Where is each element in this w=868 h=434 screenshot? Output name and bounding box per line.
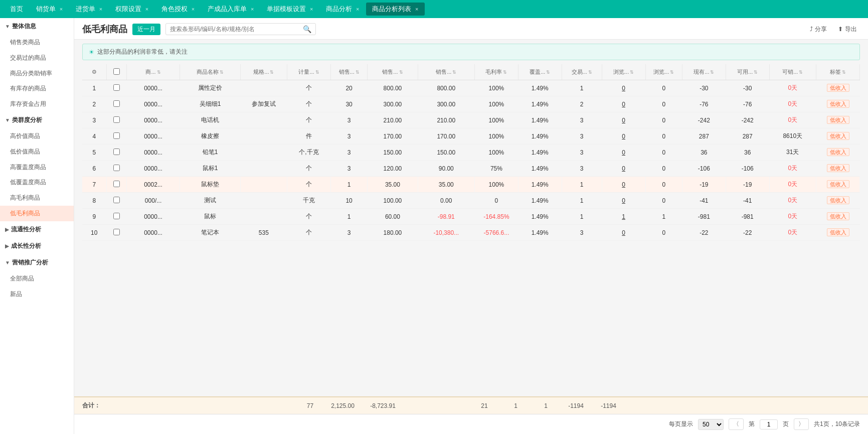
nav-permissions[interactable]: 权限设置 × <box>109 3 154 16</box>
nav-permissions-close[interactable]: × <box>145 6 148 12</box>
th-unit[interactable]: 计量...⇅ <box>287 64 331 80</box>
totals-trade: 21 <box>469 402 499 409</box>
nav-template[interactable]: 单据模板设置 × <box>261 3 319 16</box>
td-browse1[interactable]: 1 <box>602 209 645 225</box>
td-browse1[interactable]: 0 <box>602 96 645 112</box>
nav-sales[interactable]: 销货单 × <box>30 3 69 16</box>
th-code[interactable]: 商...⇅ <box>126 64 180 80</box>
sidebar-item-category-rate[interactable]: 商品分类助销率 <box>0 66 74 81</box>
nav-analysis[interactable]: 商品分析 × <box>320 3 365 16</box>
export-button[interactable]: ⬆ 导出 <box>835 24 860 35</box>
th-current[interactable]: 现有...⇅ <box>682 64 726 80</box>
sidebar-item-traded-goods[interactable]: 交易过的商品 <box>0 50 74 66</box>
nav-role-close[interactable]: × <box>192 6 195 12</box>
prev-page-button[interactable]: 〈 <box>729 418 744 430</box>
td-browse1[interactable]: 0 <box>602 177 645 193</box>
td-browse1[interactable]: 0 <box>602 128 645 144</box>
row-checkbox[interactable] <box>113 84 120 91</box>
th-browse1[interactable]: 浏览...⇅ <box>602 64 645 80</box>
td-unit: 个 <box>287 80 331 96</box>
date-filter-button[interactable]: 近一月 <box>132 24 160 35</box>
select-all-checkbox[interactable] <box>113 68 120 75</box>
nav-role-auth[interactable]: 角色授权 × <box>155 3 201 16</box>
sidebar-item-inventory-goods[interactable]: 有库存的商品 <box>0 81 74 96</box>
td-browse1[interactable]: 0 <box>602 80 645 96</box>
nav-product-entry[interactable]: 产成品入库单 × <box>202 3 260 16</box>
sidebar-item-low-profit[interactable]: 低毛利商品 <box>0 206 74 221</box>
th-trade[interactable]: 交易...⇅ <box>562 64 602 80</box>
sidebar-item-high-value[interactable]: 高价值商品 <box>0 128 74 144</box>
th-available[interactable]: 可用...⇅ <box>726 64 769 80</box>
nav-product-entry-close[interactable]: × <box>251 6 254 12</box>
td-checkbox[interactable] <box>106 128 126 144</box>
td-checkbox[interactable] <box>106 161 126 177</box>
nav-purchase[interactable]: 进货单 × <box>70 3 108 16</box>
row-checkbox[interactable] <box>113 149 120 155</box>
row-checkbox[interactable] <box>113 229 120 235</box>
nav-analysis-list-close[interactable]: × <box>415 6 418 12</box>
sidebar-item-new-goods[interactable]: 新品 <box>0 286 74 302</box>
row-checkbox[interactable] <box>113 181 120 187</box>
td-checkbox[interactable] <box>106 112 126 128</box>
th-qty[interactable]: 销售...⇅ <box>330 64 367 80</box>
td-price: 170.00 <box>368 128 418 144</box>
nav-home[interactable]: 首页 <box>4 3 29 16</box>
nav-sales-close[interactable]: × <box>60 6 63 12</box>
nav-purchase-close[interactable]: × <box>99 6 102 12</box>
td-browse1[interactable]: 0 <box>602 161 645 177</box>
search-box[interactable]: 🔍 <box>165 23 316 35</box>
nav-analysis-close[interactable]: × <box>356 6 359 12</box>
td-checkbox[interactable] <box>106 193 126 209</box>
td-checkbox[interactable] <box>106 96 126 112</box>
th-price[interactable]: 销售...⇅ <box>368 64 418 80</box>
sidebar-group-growth[interactable]: ▶ 成长性分析 <box>0 238 74 254</box>
nav-template-close[interactable]: × <box>310 6 313 12</box>
th-sales-amount[interactable]: 销售...⇅ <box>418 64 475 80</box>
th-browse2[interactable]: 浏览...⇅ <box>645 64 682 80</box>
nav-analysis-list[interactable]: 商品分析列表 × <box>366 3 424 16</box>
th-checkbox[interactable] <box>106 64 126 80</box>
td-checkbox[interactable] <box>106 209 126 225</box>
td-checkbox[interactable] <box>106 144 126 161</box>
row-checkbox[interactable] <box>113 132 120 139</box>
sidebar-item-high-coverage[interactable]: 高覆盖度商品 <box>0 160 74 175</box>
sidebar-group-flow[interactable]: ▶ 流通性分析 <box>0 221 74 238</box>
sidebar-group-marketing[interactable]: ▼ 营销推广分析 <box>0 254 74 271</box>
page-number-input[interactable] <box>760 419 778 429</box>
td-browse1[interactable]: 0 <box>602 144 645 161</box>
sidebar-group-cluster[interactable]: ▼ 类群度分析 <box>0 112 74 128</box>
td-browse1[interactable]: 0 <box>602 112 645 128</box>
td-browse1[interactable]: 0 <box>602 193 645 209</box>
sidebar-item-low-value[interactable]: 低价值商品 <box>0 144 74 160</box>
sidebar-item-capital[interactable]: 库存资金占用 <box>0 96 74 112</box>
th-settings[interactable]: ⚙ <box>82 64 106 80</box>
td-browse1[interactable]: 0 <box>602 225 645 241</box>
td-checkbox[interactable] <box>106 225 126 241</box>
page-size-select[interactable]: 50 100 200 <box>698 419 724 430</box>
sidebar-group-overview[interactable]: ▼ 整体信息 <box>0 18 74 35</box>
th-name[interactable]: 商品名称⇅ <box>180 64 240 80</box>
page-suffix: 页 <box>783 420 789 428</box>
row-checkbox[interactable] <box>113 213 120 219</box>
td-price: 800.00 <box>368 80 418 96</box>
share-button[interactable]: ⤴ 分享 <box>807 24 830 35</box>
row-checkbox[interactable] <box>113 165 120 171</box>
row-checkbox[interactable] <box>113 100 120 107</box>
td-checkbox[interactable] <box>106 80 126 96</box>
row-checkbox[interactable] <box>113 197 120 203</box>
th-profit-rate[interactable]: 毛利率⇅ <box>475 64 518 80</box>
table-container[interactable]: ⚙ 商...⇅ 商品名称⇅ 规格...⇅ 计量...⇅ 销售...⇅ 销售...… <box>74 64 868 396</box>
search-input[interactable] <box>170 26 300 33</box>
th-spec[interactable]: 规格...⇅ <box>240 64 287 80</box>
th-coverage[interactable]: 覆盖...⇅ <box>518 64 562 80</box>
sidebar-item-low-coverage[interactable]: 低覆盖度商品 <box>0 175 74 190</box>
table-header-row: ⚙ 商...⇅ 商品名称⇅ 规格...⇅ 计量...⇅ 销售...⇅ 销售...… <box>82 64 860 80</box>
th-tag[interactable]: 标签⇅ <box>816 64 860 80</box>
next-page-button[interactable]: 〉 <box>794 418 809 430</box>
th-sellable[interactable]: 可销...⇅ <box>769 64 816 80</box>
sidebar-item-sales-goods[interactable]: 销售类商品 <box>0 35 74 50</box>
sidebar-item-all-goods[interactable]: 全部商品 <box>0 271 74 286</box>
row-checkbox[interactable] <box>113 116 120 123</box>
sidebar-item-high-profit[interactable]: 高毛利商品 <box>0 190 74 206</box>
td-checkbox[interactable] <box>106 177 126 193</box>
